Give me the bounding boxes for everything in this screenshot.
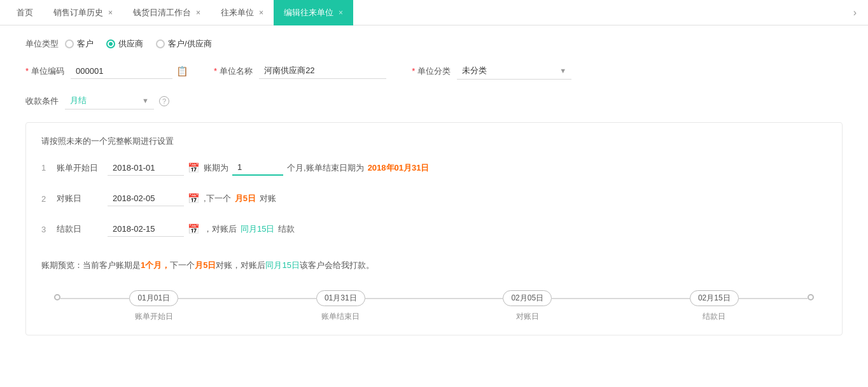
row-1-num: 1	[41, 163, 57, 172]
timeline-segment-3: 02月05日 对账日	[434, 290, 621, 322]
timeline-container: 01月01日 账单开始日 01月31日 账单结束日	[41, 284, 827, 322]
timeline-segment-4: 02月15日 结款日	[621, 290, 808, 322]
row-2-input: 📅 ,下一个 月5日 对账	[108, 191, 280, 206]
setting-row-2: 2 对账日 📅 ,下一个 月5日 对账	[41, 191, 827, 206]
radio-supplier-circle	[106, 39, 115, 48]
unit-category-arrow-icon: ▼	[559, 67, 566, 74]
radio-customer[interactable]: 客户	[65, 38, 94, 50]
reconcile-date-calendar-icon[interactable]: 📅	[188, 193, 200, 204]
tab-edit-counterpart[interactable]: 编辑往来单位 ×	[274, 0, 353, 25]
timeline-node-2: 01月31日	[316, 290, 365, 306]
payment-suffix: 结款	[278, 223, 295, 235]
row-3-num: 3	[41, 225, 57, 234]
close-cash-work-icon[interactable]: ×	[196, 8, 200, 17]
period-end-date: 2018年01月31日	[368, 162, 430, 174]
preview-label: 账期预览：当前客户账期是	[41, 260, 141, 271]
unit-code-group: * 单位编码 📋	[25, 64, 188, 79]
tab-home[interactable]: 首页	[6, 0, 43, 25]
payment-date-input[interactable]	[108, 222, 184, 237]
radio-supplier-label: 供应商	[118, 38, 143, 50]
tl-line-4b	[739, 298, 808, 299]
row-3-label: 结款日	[57, 223, 108, 235]
tl-line-3	[434, 298, 503, 299]
timeline-label-4: 结款日	[703, 311, 725, 322]
reconcile-prefix: ,下一个	[204, 193, 231, 204]
tab-more-arrow[interactable]: ›	[848, 7, 862, 18]
timeline-bubble-1: 01月01日	[129, 290, 178, 306]
payment-date-calendar-icon[interactable]: 📅	[188, 223, 200, 235]
timeline-segment-1: 01月01日 账单开始日	[60, 290, 248, 322]
tab-cash-work-label: 钱货日清工作台	[133, 7, 191, 18]
payment-condition-arrow-icon: ▼	[142, 97, 149, 104]
radio-customer-label: 客户	[77, 38, 94, 50]
tab-sales-history-label: 销售订单历史	[53, 7, 103, 18]
unit-name-input[interactable]	[259, 64, 386, 79]
help-icon[interactable]: ?	[159, 96, 169, 106]
tl-line-1	[60, 298, 129, 299]
unit-code-label: 单位编码	[31, 66, 64, 77]
timeline-node-1: 01月01日	[129, 290, 178, 306]
timeline-node-4: 02月15日	[690, 290, 739, 306]
close-edit-counterpart-icon[interactable]: ×	[339, 8, 343, 17]
unit-name-star: *	[214, 66, 217, 76]
radio-group: 客户 供应商 客户/供应商	[65, 38, 212, 50]
payment-condition-label: 收款条件	[25, 95, 59, 107]
timeline-bubble-4: 02月15日	[690, 290, 739, 306]
radio-customer-circle	[65, 39, 74, 48]
tab-edit-counterpart-label: 编辑往来单位	[284, 7, 333, 18]
unit-name-label: 单位名称	[220, 66, 253, 77]
payment-condition-row: 收款条件 月结 ▼ ?	[25, 92, 843, 109]
unit-category-star: *	[412, 66, 415, 76]
preview-row: 账期预览：当前客户账期是 1个月， 下一个 月5日 对账，对账后 同月15日 该…	[41, 252, 827, 284]
radio-both-circle	[156, 39, 165, 48]
period-months-input[interactable]	[232, 160, 283, 176]
close-counterpart-icon[interactable]: ×	[259, 8, 263, 17]
start-date-calendar-icon[interactable]: 📅	[188, 162, 200, 174]
row-2-num: 2	[41, 194, 57, 204]
timeline-node-3: 02月05日	[503, 290, 552, 306]
tl-line-1b	[178, 298, 247, 299]
tl-line-3b	[552, 298, 620, 299]
unit-category-dropdown[interactable]: 未分类 ▼	[457, 62, 571, 80]
preview-reconcile-prefix: 下一个	[170, 260, 195, 271]
payment-prefix: ，对账后	[204, 223, 237, 235]
preview-reconcile-highlight: 月5日	[195, 260, 216, 271]
row-1-input: 📅 账期为 个月,账单结束日期为 2018年01月31日	[108, 160, 429, 176]
tab-bar: 首页 销售订单历史 × 钱货日清工作台 × 往来单位 × 编辑往来单位 × ›	[0, 0, 868, 25]
reconcile-date-input[interactable]	[108, 191, 184, 206]
radio-both-label: 客户/供应商	[168, 38, 212, 50]
timeline-start-circle	[54, 294, 60, 300]
payment-condition-value: 月结	[70, 95, 137, 106]
preview-payment-suffix: 该客户会给我打款。	[300, 260, 374, 271]
unit-type-row: 单位类型 客户 供应商 客户/供应商	[25, 38, 843, 50]
timeline-start-dot	[54, 294, 60, 300]
unit-code-input[interactable]	[71, 64, 172, 79]
preview-period: 1个月，	[141, 260, 170, 271]
unit-name-group: * 单位名称	[214, 64, 386, 79]
close-sales-history-icon[interactable]: ×	[108, 8, 113, 17]
preview-reconcile-suffix: 对账，对账后	[216, 260, 265, 271]
tl-line-4	[621, 298, 690, 299]
radio-both[interactable]: 客户/供应商	[156, 38, 212, 50]
settings-panel: 请按照未来的一个完整帐期进行设置 1 账单开始日 📅 账期为 个月,账单结束日期…	[25, 122, 843, 335]
reconcile-suffix: 对账	[260, 193, 276, 204]
payment-highlight: 同月15日	[241, 223, 274, 235]
period-label: 账期为	[204, 162, 228, 174]
unit-code-icon[interactable]: 📋	[176, 66, 188, 77]
tab-sales-history[interactable]: 销售订单历史 ×	[43, 0, 123, 25]
start-date-input[interactable]	[108, 160, 184, 176]
payment-condition-dropdown[interactable]: 月结 ▼	[65, 92, 154, 109]
tab-home-label: 首页	[17, 7, 33, 18]
timeline-label-3: 对账日	[516, 311, 539, 322]
timeline-label-1: 账单开始日	[135, 311, 173, 322]
tl-line-2b	[365, 298, 434, 299]
unit-code-star: *	[25, 66, 29, 76]
unit-fields-row: * 单位编码 📋 * 单位名称 * 单位分类 未分类 ▼	[25, 62, 843, 80]
timeline-end-circle	[808, 294, 814, 300]
unit-type-label: 单位类型	[25, 38, 59, 50]
tab-counterpart[interactable]: 往来单位 ×	[211, 0, 274, 25]
reconcile-highlight: 月5日	[235, 193, 256, 204]
tab-cash-work[interactable]: 钱货日清工作台 ×	[123, 0, 211, 25]
radio-supplier[interactable]: 供应商	[106, 38, 143, 50]
row-3-input: 📅 ，对账后 同月15日 结款	[108, 222, 298, 237]
